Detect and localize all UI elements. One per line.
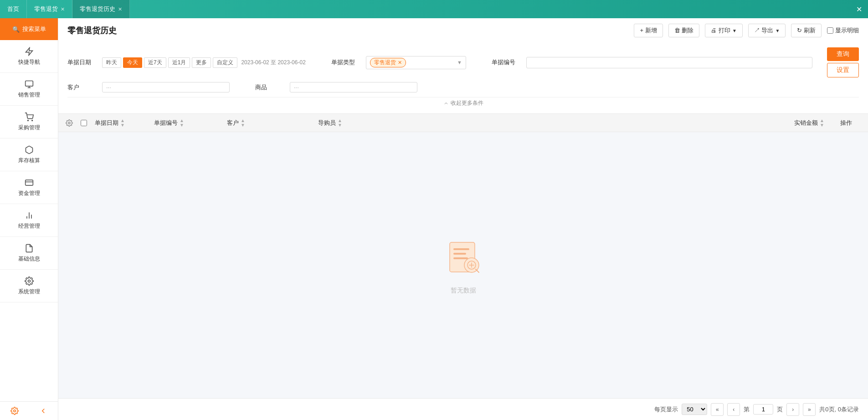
refresh-button[interactable]: ↻ 刷新 xyxy=(791,24,822,37)
empty-state: 暂无数据 xyxy=(58,132,868,398)
show-detail-checkbox[interactable] xyxy=(827,27,833,34)
collapse-button[interactable]: 收起更多条件 xyxy=(67,97,859,109)
sidebar-settings-button[interactable] xyxy=(0,402,29,420)
sidebar-item-operation[interactable]: 经营管理 xyxy=(0,204,58,237)
show-detail-text: 显示明细 xyxy=(835,26,859,35)
date-range-text: 2023-06-02 至 2023-06-02 xyxy=(241,59,305,67)
tab-retail-return[interactable]: 零售退货 ✕ xyxy=(27,0,72,18)
query-button[interactable]: 查询 xyxy=(827,47,859,61)
voucher-type-tag-close[interactable]: ✕ xyxy=(398,60,402,66)
tab-retail-return-close[interactable]: ✕ xyxy=(61,6,65,12)
export-dropdown-icon: ▼ xyxy=(775,28,780,33)
export-button[interactable]: ↗ 导出 ▼ xyxy=(748,24,786,37)
tab-retail-return-history-close[interactable]: ✕ xyxy=(118,6,122,12)
th-amount: 实销金额 ▲▼ xyxy=(773,118,828,128)
page-size-select[interactable]: 50 10 20 100 xyxy=(682,404,707,415)
search-icon: 🔍 xyxy=(12,26,20,33)
th-guide-sort[interactable]: ▲▼ xyxy=(338,118,342,128)
sidebar-item-finance[interactable]: 资金管理 xyxy=(0,171,58,204)
first-page-button[interactable]: « xyxy=(711,403,724,416)
quick-nav-icon xyxy=(24,46,34,56)
export-label: ↗ 导出 xyxy=(754,26,774,35)
th-customer-sort[interactable]: ▲▼ xyxy=(241,118,245,128)
date-btn-more[interactable]: 更多 xyxy=(192,57,211,68)
filter-row-2: 客户 ··· 商品 ··· xyxy=(67,82,859,92)
date-btn-today[interactable]: 今天 xyxy=(123,57,142,68)
svg-marker-0 xyxy=(26,48,32,56)
add-button[interactable]: + 新增 xyxy=(634,24,663,37)
sidebar-search[interactable]: 🔍 搜索菜单 xyxy=(0,18,58,40)
show-detail-label[interactable]: 显示明细 xyxy=(827,26,859,35)
svg-point-4 xyxy=(27,120,28,121)
sidebar-item-system[interactable]: 系统管理 xyxy=(0,270,58,302)
sidebar-item-purchase[interactable]: 采购管理 xyxy=(0,106,58,138)
sidebar-item-base-info-label: 基础信息 xyxy=(18,255,40,263)
customer-select[interactable]: ··· xyxy=(102,82,230,92)
svg-point-12 xyxy=(14,410,16,412)
window-close-button[interactable]: ✕ xyxy=(850,0,868,18)
goods-placeholder: ··· xyxy=(294,84,299,91)
inventory-icon xyxy=(24,145,34,155)
prev-page-button[interactable]: ‹ xyxy=(727,403,740,416)
base-info-icon xyxy=(24,243,34,253)
date-btn-yesterday[interactable]: 昨天 xyxy=(102,57,121,68)
voucher-type-dropdown-icon: ▼ xyxy=(457,60,462,65)
top-bar: 首页 零售退货 ✕ 零售退货历史 ✕ ✕ xyxy=(0,0,868,18)
filter-settings-button[interactable]: 设置 xyxy=(827,63,859,77)
sidebar-item-purchase-label: 采购管理 xyxy=(18,124,40,132)
th-amount-sort[interactable]: ▲▼ xyxy=(820,118,824,128)
customer-label: 客户 xyxy=(67,83,95,92)
svg-rect-1 xyxy=(25,81,33,87)
table-select-all-checkbox[interactable] xyxy=(77,120,91,126)
svg-rect-16 xyxy=(453,253,466,255)
th-number: 单据编号 ▲▼ xyxy=(150,118,223,128)
last-page-button[interactable]: » xyxy=(803,403,816,416)
tab-retail-return-history-label: 零售退货历史 xyxy=(80,5,115,13)
next-page-button[interactable]: › xyxy=(786,403,799,416)
sales-icon xyxy=(24,79,34,89)
tab-home-label: 首页 xyxy=(7,5,19,13)
date-btn-7days[interactable]: 近7天 xyxy=(144,57,166,68)
svg-point-5 xyxy=(31,120,32,121)
sidebar-item-sales[interactable]: 销售管理 xyxy=(0,73,58,106)
page-title-row: 零售退货历史 + 新增 🗑 删除 🖨 打印 ▼ ↗ 导出 ▼ ↻ 刷新 xyxy=(67,24,859,37)
purchase-icon xyxy=(24,112,34,122)
date-btn-custom[interactable]: 自定义 xyxy=(213,57,237,68)
date-filter-label: 单据日期 xyxy=(67,58,95,67)
svg-point-11 xyxy=(28,280,30,282)
sidebar-item-system-label: 系统管理 xyxy=(18,288,40,296)
th-number-sort[interactable]: ▲▼ xyxy=(180,118,184,128)
th-date-sort[interactable]: ▲▼ xyxy=(120,118,125,128)
th-customer: 客户 ▲▼ xyxy=(223,118,314,128)
sidebar-bottom xyxy=(0,401,58,420)
page-header: 零售退货历史 + 新增 🗑 删除 🖨 打印 ▼ ↗ 导出 ▼ ↻ 刷新 xyxy=(58,18,868,114)
sidebar-item-base-info[interactable]: 基础信息 xyxy=(0,237,58,270)
voucher-type-tag: 零售退货 ✕ xyxy=(370,58,406,67)
footer-pagination: 每页显示 50 10 20 100 « ‹ 第 页 › » 共0页, 0条记录 xyxy=(58,398,868,420)
page-size-label: 每页显示 xyxy=(654,405,678,414)
date-btn-1month[interactable]: 近1月 xyxy=(168,57,190,68)
delete-button[interactable]: 🗑 删除 xyxy=(668,24,700,37)
goods-label: 商品 xyxy=(255,83,282,92)
goods-select[interactable]: ··· xyxy=(290,82,417,92)
sidebar-item-finance-label: 资金管理 xyxy=(18,190,40,197)
table-container: 单据日期 ▲▼ 单据编号 ▲▼ 客户 ▲▼ 导购员 ▲▼ 实销金额 xyxy=(58,114,868,398)
page-number-input[interactable] xyxy=(753,404,773,415)
th-date-label: 单据日期 xyxy=(95,119,118,127)
voucher-type-select[interactable]: 零售退货 ✕ ▼ xyxy=(366,56,466,69)
tab-retail-return-history[interactable]: 零售退货历史 ✕ xyxy=(72,0,130,18)
sidebar-item-inventory[interactable]: 库存核算 xyxy=(0,138,58,171)
tab-home[interactable]: 首页 xyxy=(0,0,27,18)
print-button[interactable]: 🖨 打印 ▼ xyxy=(705,24,743,37)
table-settings-icon[interactable] xyxy=(62,119,77,127)
sidebar-item-quick-nav[interactable]: 快捷导航 xyxy=(0,40,58,73)
select-all-input[interactable] xyxy=(81,120,87,126)
collapse-label: 收起更多条件 xyxy=(451,99,483,107)
customer-placeholder: ··· xyxy=(106,84,111,91)
sidebar-collapse-button[interactable] xyxy=(29,402,58,420)
page-title: 零售退货历史 xyxy=(67,25,117,36)
empty-text: 暂无数据 xyxy=(451,287,476,295)
sidebar: 🔍 搜索菜单 快捷导航 销售管理 采购管理 库存核算 xyxy=(0,18,58,420)
voucher-num-input[interactable] xyxy=(526,57,812,68)
query-settings-btns: 查询 设置 xyxy=(827,47,859,77)
